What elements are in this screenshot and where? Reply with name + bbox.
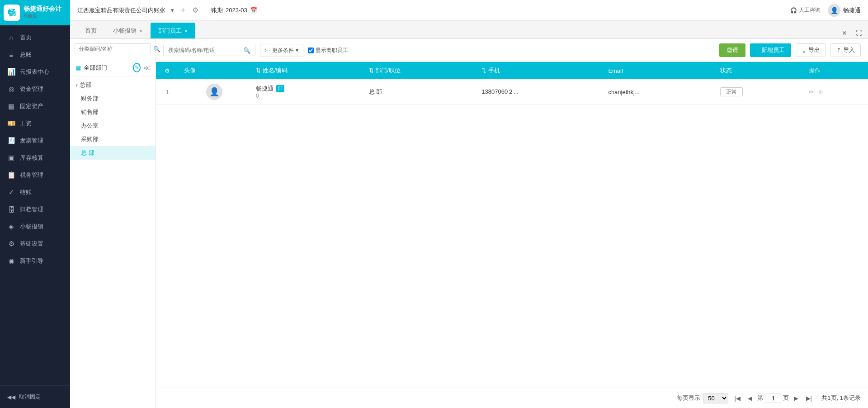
consult-button[interactable]: 🎧 人工咨询 [790,6,821,14]
archive-icon: 🗄 [7,206,15,213]
settings-gear-icon[interactable]: ⚙ [192,6,198,14]
sidebar-label-archive: 归档管理 [20,205,43,213]
employee-search-input[interactable] [168,47,241,53]
search-magnify-icon[interactable]: 🔍 [243,47,250,54]
sidebar-item-asset[interactable]: ▦ 固定资产 [0,98,70,115]
invoice-icon: 🧾 [7,137,15,145]
import-icon: ⤒ [836,47,841,54]
status-badge: 正常 [720,87,743,96]
dept-search-bar: 🔍 [70,39,156,59]
edit-employee-icon[interactable]: ✏ [809,88,814,95]
page-number-input[interactable] [765,394,781,403]
employee-table-wrapper: ⚙ 头像 ⇅ 姓名/编码 ⇅ 部门/职位 ⇅ 手机 [156,62,868,388]
next-page-button[interactable]: ▶ [791,393,802,403]
tab-expense-close[interactable]: × [139,28,142,33]
close-window-button[interactable]: ✕ [839,28,850,38]
dept-tree: ▾ 总部 财务部 销售部 办公室 采购部 总 部 [70,76,156,408]
row-index: 1 [156,79,179,105]
pagination: 每页显示 50 20 100 |◀ ◀ 第 页 ▶ [156,388,868,408]
logout-employee-icon[interactable]: ⎋ [819,88,822,95]
last-page-button[interactable]: ▶| [803,393,814,403]
sidebar-label-salary: 工资 [20,119,32,128]
expand-arrow-icon: ▾ [75,83,78,88]
add-employee-button[interactable]: + 新增员工 [750,43,791,57]
row-dept: 总 部 [363,79,476,105]
col-settings-icon[interactable]: ⚙ [165,67,170,74]
sidebar-item-capital[interactable]: ◎ 资金管理 [0,81,70,98]
export-button[interactable]: ⤓ 导出 [796,43,826,57]
sidebar-header: 畅 畅捷通好会计 旗舰版 [0,0,70,25]
tab-expense[interactable]: 小畅报销 × [105,23,150,38]
dept-item-finance[interactable]: 财务部 [70,92,156,105]
dept-item-office[interactable]: 办公室 [70,119,156,133]
sidebar-item-invoice[interactable]: 🧾 发票管理 [0,132,70,149]
sidebar-label-tax: 税务管理 [20,171,43,179]
sidebar-label-guide: 新手引导 [20,257,43,265]
dept-header-icons: ✎ ≪ [133,63,150,72]
sidebar-item-checkout[interactable]: ✓ 结账 [0,184,70,201]
tabbar: 首页 小畅报销 × 部门员工 × ✕ ⛶ [70,21,868,39]
user-menu[interactable]: 👤 畅捷通 [828,4,861,17]
app-title: 畅捷通好会计 [24,5,61,13]
show-resigned-checkbox[interactable]: 显示离职员工 [308,47,348,54]
sidebar-item-tax[interactable]: 📋 税务管理 [0,166,70,184]
dept-edit-icon[interactable]: ✎ [133,63,141,72]
page-size-selector: 每页显示 50 20 100 [677,393,728,403]
sidebar-item-report[interactable]: 📊 云报表中心 [0,63,70,81]
col-email: Email [603,62,714,79]
first-page-button[interactable]: |◀ [732,393,743,403]
sidebar: 畅 畅捷通好会计 旗舰版 ⌂ 首页 ≡ 总账 📊 云报表中心 ◎ 资金管理 [0,0,70,408]
avatar-icon: 👤 [830,7,838,14]
maximize-window-button[interactable]: ⛶ [854,28,864,38]
sidebar-item-settings[interactable]: ⚙ 基础设置 [0,235,70,252]
sidebar-nav: ⌂ 首页 ≡ 总账 📊 云报表中心 ◎ 资金管理 ▦ 固定资产 💴 工资 [0,25,70,273]
add-account-icon[interactable]: ＋ [179,5,187,15]
dept-item-sales[interactable]: 销售部 [70,105,156,119]
sidebar-item-salary[interactable]: 💴 工资 [0,115,70,132]
asset-icon: ▦ [7,102,15,110]
sidebar-label-capital: 资金管理 [20,85,43,93]
import-button[interactable]: ⤒ 导入 [830,43,861,57]
filter-button[interactable]: ≔ 更多条件 ▾ [260,44,303,57]
sidebar-item-home[interactable]: ⌂ 首页 [0,29,70,46]
sidebar-item-guide[interactable]: ◉ 新手引导 [0,252,70,270]
col-phone[interactable]: ⇅ 手机 [476,62,603,79]
sidebar-item-expense[interactable]: ◈ 小畅报销 [0,218,70,235]
pin-toggle[interactable]: ◀◀ 取消固定 [7,390,63,403]
dept-item-general[interactable]: 总 部 [70,146,156,160]
company-dropdown-icon[interactable]: ▾ [171,7,174,14]
resigned-checkbox-input[interactable] [308,47,314,53]
col-settings[interactable]: ⚙ [156,62,179,79]
employee-search-box: 🔍 [163,45,255,56]
prev-page-button[interactable]: ◀ [745,393,755,403]
settings-icon: ⚙ [7,240,15,248]
topbar-right: 🎧 人工咨询 👤 畅捷通 [790,4,861,17]
checkout-icon: ✓ [7,188,15,196]
tab-department-close[interactable]: × [184,28,187,33]
col-avatar: 头像 [179,62,250,79]
user-name: 畅捷通 [843,6,861,14]
invite-button[interactable]: 邀请 [719,43,745,57]
tax-icon: 📋 [7,171,15,179]
col-name[interactable]: ⇅ 姓名/编码 [250,62,363,79]
ledger-icon: ≡ [7,51,15,59]
tab-department[interactable]: 部门员工 × [151,23,195,38]
app-logo: 畅 [4,5,20,21]
dept-collapse-icon[interactable]: ≪ [143,64,150,71]
dept-group-header-total[interactable]: ▾ 总部 [70,78,156,92]
right-panel: 🔍 ≔ 更多条件 ▾ 显示离职员工 邀请 + 新增员工 [156,39,868,408]
sidebar-item-inventory[interactable]: ▣ 库存核算 [0,149,70,166]
calendar-icon[interactable]: 📅 [250,7,257,14]
page-size-label: 每页显示 [677,394,700,402]
tab-home[interactable]: 首页 [77,23,104,38]
page-size-select[interactable]: 50 20 100 [703,393,728,403]
sidebar-item-ledger[interactable]: ≡ 总账 [0,46,70,63]
col-dept[interactable]: ⇅ 部门/职位 [363,62,476,79]
import-label: 导入 [843,46,855,54]
dept-item-purchase[interactable]: 采购部 [70,133,156,146]
dept-search-input[interactable] [75,43,151,54]
page-total-label: 共1页, 1条记录 [821,394,861,402]
consult-label: 人工咨询 [799,6,821,14]
sidebar-label-settings: 基础设置 [20,240,43,248]
sidebar-item-archive[interactable]: 🗄 归档管理 [0,201,70,218]
